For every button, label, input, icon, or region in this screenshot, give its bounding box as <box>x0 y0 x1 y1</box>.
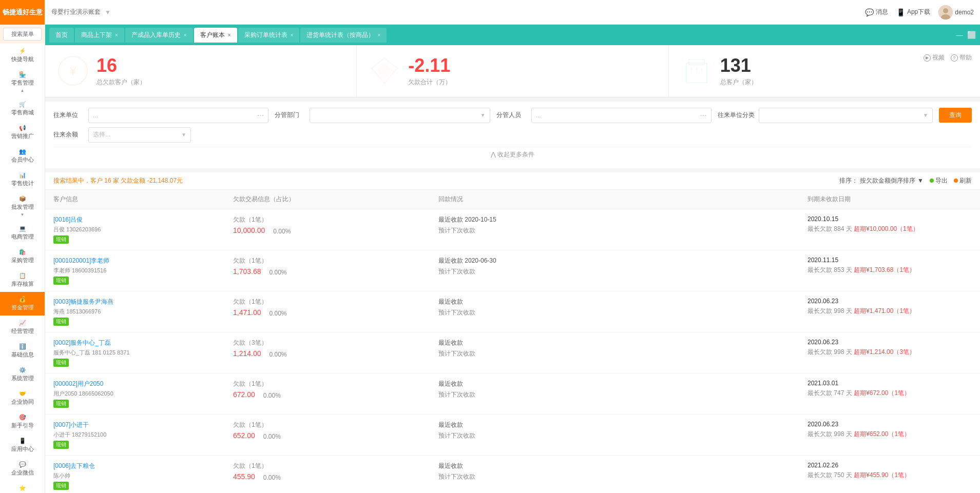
debt-amount-5[interactable]: 652.00 <box>233 431 255 440</box>
debt-amount-0[interactable]: 10,000.00 <box>233 226 265 234</box>
app-download-btn[interactable]: 📱 App下载 <box>896 8 930 16</box>
tab-home[interactable]: 首页 <box>49 28 74 43</box>
tab-purchase-order[interactable]: 采购订单统计表 × <box>238 28 300 43</box>
customer-name-5[interactable]: [0007]小进干 <box>53 421 233 429</box>
app-download-icon: 📱 <box>896 8 905 16</box>
ellipsis-icon: ··· <box>257 111 264 120</box>
refresh-btn[interactable]: 刷新 <box>954 176 972 185</box>
sidebar-item-member-center[interactable]: 👥 会员中心 <box>0 144 45 168</box>
sidebar-item-marketing[interactable]: 📢 营销推广 <box>0 121 45 144</box>
overdue-days-4: 最长欠款 747 天 超期¥672.00（1笔） <box>808 389 972 398</box>
user-menu-btn[interactable]: demo2 <box>938 5 974 19</box>
recovery-info-4: 最近收款 预计下次收款 <box>438 380 808 399</box>
debt-amount-2[interactable]: 1,471.00 <box>233 308 261 317</box>
filter-collapse-btn[interactable]: ⋀ 收起更多条件 <box>53 147 972 162</box>
filter-manager-label: 分管人员 <box>496 111 527 120</box>
sidebar-item-biz-mgmt-label: 经营管理 <box>2 327 43 335</box>
sidebar-item-batch-mgmt[interactable]: 📦 批发管理 ▼ <box>0 191 45 221</box>
customer-name-2[interactable]: [0003]畅捷服务尹海燕 <box>53 298 233 306</box>
overdue-link-1[interactable]: 超期¥1,703.68（1笔） <box>854 266 915 273</box>
customer-name-1[interactable]: [0001020001]李老师 <box>53 257 233 265</box>
quick-nav-icon: ⚡ <box>19 48 26 54</box>
minimize-btn[interactable]: — <box>956 31 963 39</box>
table-row: [0001020001]李老师 李老师 18600391516 现销 欠款（1笔… <box>45 250 980 291</box>
overdue-info-3: 2020.06.23 最长欠款 998 天 超期¥1,214.00（3笔） <box>808 339 972 357</box>
filter-manager-input[interactable]: ... ··· <box>531 108 712 123</box>
tab-customer-account-close[interactable]: × <box>228 32 231 38</box>
stat-total-customers: ▶ 视频 ? 帮助 <box>669 45 980 97</box>
tab-production-history[interactable]: 产成品入库单历史 × <box>125 28 193 43</box>
customer-name-3[interactable]: [0002]服务中心_丁磊 <box>53 339 233 347</box>
tab-purchase-stats-close[interactable]: × <box>377 32 380 38</box>
customer-info-0: [0016]吕俊 吕俊 13026203696 现销 <box>53 215 233 244</box>
tab-purchase-stats[interactable]: 进货单统计表（按商品） × <box>300 28 387 43</box>
chevron-down-icon-2: ▼ <box>21 212 25 217</box>
overdue-link-2[interactable]: 超期¥1,471.00（1笔） <box>854 307 915 314</box>
filter-balance-select[interactable]: 选择... ▼ <box>88 127 191 143</box>
retail-stats-icon: 📊 <box>19 172 26 178</box>
sidebar-item-purchase-mgmt[interactable]: 🛍️ 采购管理 <box>0 245 45 268</box>
sidebar-item-inventory[interactable]: 📋 库存核算 <box>0 268 45 292</box>
customer-name-4[interactable]: [000002]用户2050 <box>53 380 233 388</box>
sidebar-item-premium-member[interactable]: ⭐ 畅会员 <box>0 481 45 493</box>
filter-department-select[interactable]: ▼ <box>310 108 490 123</box>
debt-amount-1[interactable]: 1,703.68 <box>233 267 261 275</box>
table-row: [0006]去下粮仓 陈小帅 现销 欠款（1笔） 455.90 0.00% 最近… <box>45 456 980 493</box>
sidebar-item-retail-mgmt[interactable]: 🏪 零售管理 ▲ <box>0 67 45 97</box>
customer-name-6[interactable]: [0006]去下粮仓 <box>53 462 233 470</box>
help-btn[interactable]: ? 帮助 <box>951 53 972 62</box>
maximize-btn[interactable]: ⬜ <box>967 31 976 39</box>
message-btn[interactable]: 💬 消息 <box>865 8 888 16</box>
money-icon: ¥ <box>57 55 88 86</box>
enterprise-wechat-icon: 💬 <box>19 461 26 467</box>
sidebar-item-app-center[interactable]: 📱 应用中心 <box>0 433 45 457</box>
recovery-last-4: 最近收款 <box>438 380 808 388</box>
sidebar-item-finance-mgmt[interactable]: 💰 资金管理 <box>0 292 45 315</box>
sidebar-item-ecommerce[interactable]: 💻 电商管理 <box>0 221 45 245</box>
overdue-link-0[interactable]: 超期¥10,000.00（1笔） <box>854 225 919 232</box>
export-btn[interactable]: 导出 <box>930 176 948 185</box>
overdue-link-3[interactable]: 超期¥1,214.00（3笔） <box>854 348 915 356</box>
debt-amount-3[interactable]: 1,214.00 <box>233 349 261 358</box>
customer-tag-4: 现销 <box>53 400 69 408</box>
overdue-link-5[interactable]: 超期¥652.00（1笔） <box>854 430 910 438</box>
sidebar-item-quick-nav[interactable]: ⚡ 快捷导航 <box>0 44 45 67</box>
sidebar-item-enterprise-wechat[interactable]: 💬 企业微信 <box>0 457 45 481</box>
debt-percent-4: 0.00% <box>263 392 281 399</box>
sidebar-item-system-mgmt[interactable]: ⚙️ 系统管理 <box>0 363 45 386</box>
video-btn[interactable]: ▶ 视频 <box>924 53 945 62</box>
search-menu-btn[interactable]: 搜索菜单 <box>3 28 42 41</box>
sidebar-item-basic-info[interactable]: ℹ️ 基础信息 <box>0 339 45 363</box>
app-name: 畅捷通好生意 <box>3 8 43 17</box>
sidebar-item-enterprise-collab[interactable]: 🤝 企业协同 <box>0 386 45 410</box>
sort-selector[interactable]: 排序： 按欠款金额倒序排序 ▼ <box>839 176 924 185</box>
tabs-actions: — ⬜ <box>956 31 976 39</box>
filter-source-unit-input[interactable]: ... ··· <box>88 108 268 123</box>
debt-count-0: 欠款（1笔） <box>233 215 438 224</box>
debt-amount-4[interactable]: 672.00 <box>233 390 255 399</box>
sort-label: 排序： <box>839 176 858 185</box>
tab-customer-account[interactable]: 客户账本 × <box>194 28 237 43</box>
sidebar-item-newbie-guide[interactable]: 🎯 新手引导 <box>0 410 45 433</box>
app-center-icon: 📱 <box>19 438 26 444</box>
filter-row-1: 往来单位 ... ··· 分管部门 ▼ 分管人员 ... <box>53 108 972 123</box>
debt-amount-6[interactable]: 455.90 <box>233 472 255 481</box>
chevron-down-icon: ▲ <box>21 88 25 93</box>
sidebar-item-retail-stats[interactable]: 📊 零售统计 <box>0 168 45 191</box>
search-button[interactable]: 查询 <box>939 108 972 123</box>
tab-purchase-order-close[interactable]: × <box>291 32 294 38</box>
filter-unit-category-select[interactable]: ▼ <box>759 108 933 123</box>
tab-production-history-close[interactable]: × <box>184 32 187 38</box>
enterprise-collab-icon: 🤝 <box>19 390 26 397</box>
sidebar-item-biz-mgmt[interactable]: 📈 经营管理 <box>0 315 45 339</box>
tab-product-listing[interactable]: 商品上下架 × <box>75 28 124 43</box>
customer-name-0[interactable]: [0016]吕俊 <box>53 215 233 224</box>
sidebar-item-purchase-mgmt-label: 采购管理 <box>2 257 43 264</box>
tab-product-listing-close[interactable]: × <box>115 32 118 38</box>
app-download-label: App下载 <box>907 8 930 16</box>
sidebar-item-retail-mall[interactable]: 🛒 零售商城 <box>0 97 45 121</box>
overdue-link-4[interactable]: 超期¥672.00（1笔） <box>854 389 910 397</box>
overdue-link-6[interactable]: 超期¥455.90（1笔） <box>854 471 910 479</box>
customer-info-3: [0002]服务中心_丁磊 服务中心_丁磊 181 0125 8371 现销 <box>53 339 233 367</box>
debt-percent-3: 0.00% <box>270 351 287 358</box>
